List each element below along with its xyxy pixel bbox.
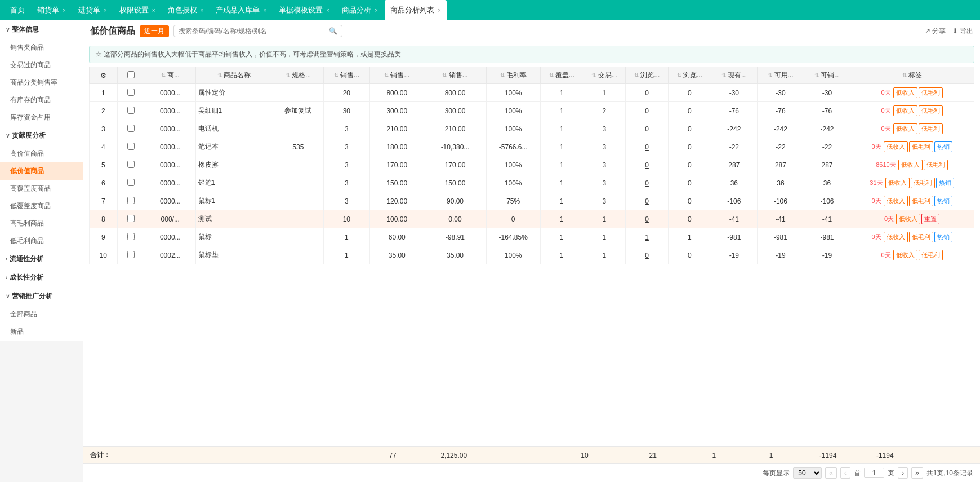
- sidebar-item-库存资金占用[interactable]: 库存资金占用: [0, 109, 83, 126]
- last-page-btn[interactable]: »: [911, 467, 923, 479]
- row-checkbox[interactable]: [117, 192, 145, 210]
- export-button[interactable]: ⬇ 导出: [952, 26, 973, 36]
- col-header-0[interactable]: ⚙: [90, 67, 118, 84]
- view-link[interactable]: 0: [645, 107, 649, 115]
- col-header-16[interactable]: ⇅ 标签: [850, 67, 974, 84]
- row-tags[interactable]: 0天 低收入低毛利: [850, 102, 974, 120]
- row-checkbox[interactable]: [117, 102, 145, 120]
- nav-item-单据模板设置[interactable]: 单据模板设置×: [273, 0, 335, 20]
- sidebar-section-营销推广分析[interactable]: ∨营销推广分析: [0, 287, 83, 306]
- nav-close-icon[interactable]: ×: [326, 7, 329, 14]
- row-tags[interactable]: 0天 低收入低毛利: [850, 246, 974, 264]
- nav-close-icon[interactable]: ×: [201, 7, 204, 14]
- sidebar-item-有库存的商品[interactable]: 有库存的商品: [0, 91, 83, 109]
- row-tags[interactable]: 31天 低收入低毛利热销: [850, 174, 974, 192]
- sidebar-section-整体信息[interactable]: ∨整体信息: [0, 20, 83, 39]
- view-link[interactable]: 0: [645, 143, 649, 151]
- row-view1[interactable]: 1: [626, 228, 669, 246]
- row-select-checkbox[interactable]: [127, 197, 135, 204]
- nav-close-icon[interactable]: ×: [438, 7, 441, 14]
- view-link[interactable]: 0: [645, 179, 649, 187]
- next-page-btn[interactable]: ›: [898, 467, 908, 479]
- share-button[interactable]: ↗ 分享: [925, 26, 946, 36]
- row-view1[interactable]: 0: [626, 102, 669, 120]
- row-checkbox[interactable]: [117, 120, 145, 138]
- nav-item-进货单[interactable]: 进货单×: [73, 0, 113, 20]
- nav-close-icon[interactable]: ×: [63, 7, 66, 14]
- row-view1[interactable]: 0: [626, 156, 669, 174]
- view-link[interactable]: 0: [645, 197, 649, 205]
- row-view1[interactable]: 0: [626, 192, 669, 210]
- sidebar-item-低价值商品[interactable]: 低价值商品: [0, 162, 83, 180]
- row-select-checkbox[interactable]: [127, 161, 135, 168]
- per-page-select[interactable]: 50 100: [793, 467, 822, 479]
- row-tags[interactable]: 0天 低收入重置: [850, 210, 974, 228]
- col-header-10[interactable]: ⇅ 交易...: [583, 67, 626, 84]
- row-select-checkbox[interactable]: [127, 89, 135, 96]
- sidebar-item-新品[interactable]: 新品: [0, 323, 83, 341]
- row-view1[interactable]: 0: [626, 246, 669, 264]
- col-header-12[interactable]: ⇅ 浏览...: [668, 67, 711, 84]
- row-view1[interactable]: 0: [626, 84, 669, 102]
- sidebar-item-低覆盖度商品[interactable]: 低覆盖度商品: [0, 197, 83, 215]
- nav-item-销货单[interactable]: 销货单×: [32, 0, 72, 20]
- col-header-7[interactable]: ⇅ 销售...: [424, 67, 486, 84]
- col-header-15[interactable]: ⇅ 可销...: [804, 67, 850, 84]
- row-select-checkbox[interactable]: [127, 107, 135, 114]
- row-checkbox[interactable]: [117, 156, 145, 174]
- prev-page-btn[interactable]: ‹: [840, 467, 850, 479]
- row-checkbox[interactable]: [117, 246, 145, 264]
- nav-item-产成品入库单[interactable]: 产成品入库单×: [210, 0, 272, 20]
- nav-item-权限设置[interactable]: 权限设置×: [114, 0, 161, 20]
- col-header-3[interactable]: ⇅ 商品名称: [195, 67, 273, 84]
- nav-item-商品分析列表[interactable]: 商品分析列表×: [385, 0, 447, 20]
- col-header-4[interactable]: ⇅ 规格...: [273, 67, 323, 84]
- row-select-checkbox[interactable]: [127, 125, 135, 132]
- row-checkbox[interactable]: [117, 174, 145, 192]
- nav-item-角色授权[interactable]: 角色授权×: [162, 0, 210, 20]
- period-badge[interactable]: 近一月: [140, 25, 169, 37]
- nav-item-商品分析[interactable]: 商品分析×: [336, 0, 384, 20]
- first-page-btn[interactable]: «: [825, 467, 837, 479]
- col-header-1[interactable]: [117, 67, 145, 84]
- col-header-9[interactable]: ⇅ 覆盖...: [540, 67, 583, 84]
- col-header-13[interactable]: ⇅ 现有...: [711, 67, 758, 84]
- col-header-2[interactable]: ⇅ 商...: [145, 67, 195, 84]
- sidebar-item-高毛利商品[interactable]: 高毛利商品: [0, 215, 83, 232]
- sidebar-item-全部商品[interactable]: 全部商品: [0, 306, 83, 323]
- row-tags[interactable]: 0天 低收入低毛利: [850, 84, 974, 102]
- row-tags[interactable]: 0天 低收入低毛利热销: [850, 228, 974, 246]
- sidebar-section-贡献度分析[interactable]: ∨贡献度分析: [0, 126, 83, 145]
- col-header-14[interactable]: ⇅ 可用...: [758, 67, 804, 84]
- view-link[interactable]: 0: [645, 251, 649, 259]
- row-checkbox[interactable]: [117, 84, 145, 102]
- row-checkbox[interactable]: [117, 228, 145, 246]
- col-header-6[interactable]: ⇅ 销售...: [370, 67, 424, 84]
- view-link[interactable]: 0: [645, 89, 649, 97]
- view-link[interactable]: 0: [645, 161, 649, 169]
- nav-close-icon[interactable]: ×: [263, 7, 266, 14]
- sidebar-item-低毛利商品[interactable]: 低毛利商品: [0, 232, 83, 250]
- sidebar-item-高价值商品[interactable]: 高价值商品: [0, 145, 83, 162]
- nav-close-icon[interactable]: ×: [152, 7, 155, 14]
- col-header-11[interactable]: ⇅ 浏览...: [626, 67, 669, 84]
- row-select-checkbox[interactable]: [127, 215, 135, 222]
- col-header-5[interactable]: ⇅ 销售...: [323, 67, 370, 84]
- row-view1[interactable]: 0: [626, 138, 669, 156]
- sidebar-item-销售类商品[interactable]: 销售类商品: [0, 39, 83, 56]
- col-header-8[interactable]: ⇅ 毛利率: [486, 67, 540, 84]
- row-checkbox[interactable]: [117, 138, 145, 156]
- nav-item-首页[interactable]: 首页: [5, 0, 30, 20]
- sidebar-item-交易过的商品[interactable]: 交易过的商品: [0, 56, 83, 74]
- row-select-checkbox[interactable]: [127, 251, 135, 258]
- row-select-checkbox[interactable]: [127, 143, 135, 150]
- row-select-checkbox[interactable]: [127, 179, 135, 186]
- row-tags[interactable]: 0天 低收入低毛利热销: [850, 138, 974, 156]
- row-tags[interactable]: 0天 低收入低毛利热销: [850, 192, 974, 210]
- row-select-checkbox[interactable]: [127, 233, 135, 240]
- view-link[interactable]: 0: [645, 125, 649, 133]
- sidebar-section-成长性分析[interactable]: ›成长性分析: [0, 268, 83, 287]
- select-all-checkbox[interactable]: [127, 71, 135, 78]
- sidebar-section-流通性分析[interactable]: ›流通性分析: [0, 250, 83, 268]
- row-view1[interactable]: 0: [626, 210, 669, 228]
